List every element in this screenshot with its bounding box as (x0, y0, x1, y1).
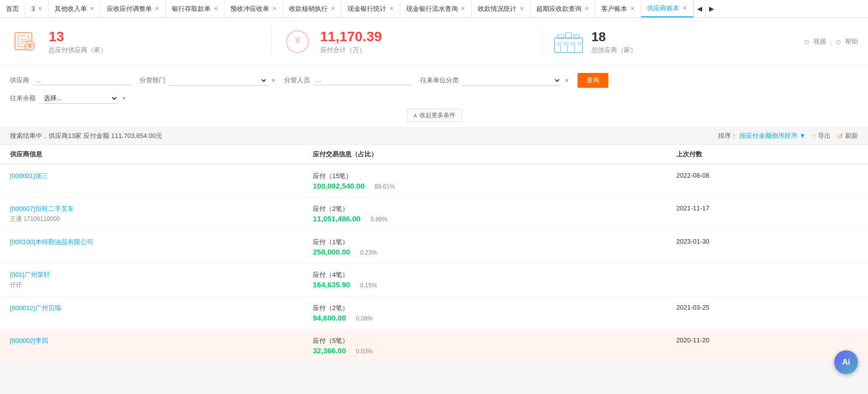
close-tab-other-income[interactable]: ✕ (90, 5, 94, 12)
dept-filter-select[interactable] (168, 75, 268, 86)
tab-bank-deposit[interactable]: 银行存取款单 ✕ (166, 0, 224, 17)
pay-pct: 0.03% (356, 348, 373, 355)
tab-home[interactable]: 首页 (0, 0, 25, 17)
tab-collection-stat[interactable]: 收款情况统计 ✕ (472, 0, 530, 17)
refresh-icon: ↺ (838, 132, 843, 140)
supplier-filter-label: 供应商 (10, 76, 29, 85)
pay-pct: 89.61% (374, 183, 395, 190)
tab-adjustment[interactable]: 应收应付调整单 ✕ (101, 0, 166, 17)
header-supplier: 供应商信息 (10, 150, 313, 159)
export-label[interactable]: 导出 (818, 131, 831, 140)
pay-amount[interactable]: 100,092,540.00 (313, 182, 364, 190)
supplier-info-col: [000100]本特勤油品有限公司 (10, 238, 313, 247)
nav-next-arrow[interactable]: ▶ (705, 0, 717, 17)
tab-3-label: 3 (31, 5, 35, 12)
supplier-link[interactable]: [000001]张三 (10, 172, 48, 180)
supplier-info-col: [000012]广州贝瑞 (10, 304, 313, 313)
pay-label: 应付（4笔） (313, 270, 676, 279)
close-tab-supplier-book[interactable]: ✕ (682, 5, 687, 11)
supplier-sub: 王通 17106110000 (10, 215, 313, 223)
collapse-button[interactable]: ∧ 收起更多条件 (407, 109, 462, 122)
pay-label: 应付（2笔） (313, 304, 676, 313)
help-link[interactable]: 帮助 (845, 37, 858, 46)
summary-card-payable-total: ¥ 11,170.39 应付合计（万） (282, 26, 533, 58)
tab-cash-bank-query[interactable]: 现金银行流水查询 ✕ (400, 0, 472, 17)
tab-cash-bank-stat[interactable]: 现金银行统计 ✕ (342, 0, 400, 17)
tab-payment-exec[interactable]: 收款核销执行 ✕ (283, 0, 342, 17)
result-summary-text: 搜索结果中，供应商13家 应付金额 111,703,854.00元 (10, 131, 162, 140)
unit-type-filter-label: 往来单位分类 (420, 76, 459, 85)
sort-value[interactable]: 按应付余额倒序排序 ▼ (739, 132, 805, 139)
tab-supplier-book[interactable]: 供应商账本 ✕ (641, 0, 693, 17)
table-row[interactable]: [000007]恒旺二手叉车 王通 17106110000 应付（2笔） 11,… (0, 197, 868, 231)
table-row[interactable]: [001]广州荣轩 仔仔 应付（4笔） 164,635.90 0.15% (0, 263, 868, 297)
last-pay-col: 2020-11-20 (676, 336, 858, 344)
video-link[interactable]: 视频 (813, 37, 826, 46)
close-tab-payment-exec[interactable]: ✕ (331, 5, 335, 12)
svg-text:¥: ¥ (295, 36, 300, 46)
table-row[interactable]: [000002]李四 应付（5笔） 32,366.00 0.03% 2020-1… (0, 329, 868, 362)
export-action[interactable]: ↑ 导出 (813, 131, 831, 140)
filter-area: 供应商 分管部门 ▼ 分管人员 往来单位分类 ▼ 查询 往来余额 选择... (0, 66, 868, 128)
refresh-action[interactable]: ↺ 刷新 (838, 131, 858, 140)
supplier-link[interactable]: [001]广州荣轩 (10, 271, 50, 278)
summary-bar: ¥ 13 总应付供应商（家） ¥ 11,170.39 应付合计（万） (0, 18, 868, 66)
refresh-label[interactable]: 刷新 (845, 131, 858, 140)
close-tab-cash-bank-query[interactable]: ✕ (461, 5, 465, 12)
filter-balance: 往来余额 选择... ▼ (10, 93, 127, 104)
summary-card-total-suppliers: 18 总供应商（家） (553, 26, 804, 58)
pay-amount[interactable]: 258,000.00 (313, 248, 350, 256)
close-tab-cash-bank-stat[interactable]: ✕ (389, 5, 394, 12)
balance-filter-select[interactable]: 选择... (39, 93, 118, 104)
nav-prev-arrow[interactable]: ◀ (693, 0, 705, 17)
table-row[interactable]: [000001]张三 应付（15笔） 100,092,540.00 89.61%… (0, 165, 868, 197)
tab-cash-bank-query-label: 现金银行流水查询 (406, 4, 458, 13)
tab-other-income[interactable]: 其他收入单 ✕ (49, 0, 101, 17)
supplier-link[interactable]: [000002]李四 (10, 337, 48, 344)
pay-amount[interactable]: 11,051,486.00 (313, 214, 361, 223)
supplier-link[interactable]: [000012]广州贝瑞 (10, 304, 61, 312)
close-tab-collection-stat[interactable]: ✕ (519, 5, 524, 12)
filter-unit-type: 往来单位分类 ▼ (420, 75, 570, 86)
supplier-info-col: [000001]张三 (10, 172, 313, 181)
tab-cash-bank-stat-label: 现金银行统计 (348, 4, 386, 13)
pay-amount[interactable]: 164,635.90 (313, 280, 350, 289)
close-tab-customer-book[interactable]: ✕ (630, 5, 635, 12)
dept-dropdown-icon: ▼ (271, 77, 276, 83)
tab-3[interactable]: 3 ✕ (25, 0, 49, 17)
pay-pct: 0.08% (356, 315, 373, 322)
close-tab-adjustment[interactable]: ✕ (155, 5, 159, 12)
ai-button[interactable]: Ai (834, 350, 858, 362)
payable-total-amount: 11,170.39 (320, 29, 382, 45)
result-bar: 搜索结果中，供应商13家 应付金额 111,703,854.00元 排序： 按应… (0, 128, 868, 145)
close-tab-3[interactable]: ✕ (38, 5, 42, 12)
svg-rect-14 (564, 42, 569, 46)
last-pay-date: 2021-11-17 (676, 204, 710, 212)
pay-amount[interactable]: 94,600.00 (313, 314, 346, 322)
table-row[interactable]: [000012]广州贝瑞 应付（2笔） 94,600.00 0.08% 2021… (0, 297, 868, 329)
supplier-filter-input[interactable] (32, 75, 132, 85)
query-button[interactable]: 查询 (578, 73, 608, 88)
last-pay-col: 2022-08-08 (676, 172, 858, 179)
supplier-link[interactable]: [000007]恒旺二手叉车 (10, 205, 74, 212)
tab-collection-stat-label: 收款情况统计 (478, 4, 516, 13)
close-tab-overdue-query[interactable]: ✕ (584, 5, 589, 12)
header-pay-info: 应付交易信息（占比） (313, 150, 676, 159)
supplier-link[interactable]: [000100]本特勤油品有限公司 (10, 238, 93, 246)
tab-overdue-query-label: 超期应收款查询 (536, 4, 581, 13)
tab-advance-offset[interactable]: 预收冲应收单 ✕ (224, 0, 283, 17)
table-row[interactable]: [000100]本特勤油品有限公司 应付（1笔） 258,000.00 0.23… (0, 231, 868, 263)
pay-label: 应付（15笔） (313, 172, 676, 181)
filter-row-2: 往来余额 选择... ▼ (10, 93, 858, 104)
unit-type-filter-select[interactable] (462, 75, 561, 86)
filter-person: 分管人员 (284, 75, 412, 85)
summary-divider-1 (271, 27, 272, 57)
close-tab-bank-deposit[interactable]: ✕ (214, 5, 218, 12)
pay-amount[interactable]: 32,366.00 (313, 346, 346, 355)
person-filter-input[interactable] (313, 75, 412, 85)
header-last-pay: 上次付数 (676, 150, 858, 159)
tab-overdue-query[interactable]: 超期应收款查询 ✕ (530, 0, 595, 17)
tab-customer-book[interactable]: 客户账本 ✕ (595, 0, 641, 17)
payable-total-icon: ¥ (282, 26, 313, 58)
close-tab-advance-offset[interactable]: ✕ (272, 5, 277, 12)
